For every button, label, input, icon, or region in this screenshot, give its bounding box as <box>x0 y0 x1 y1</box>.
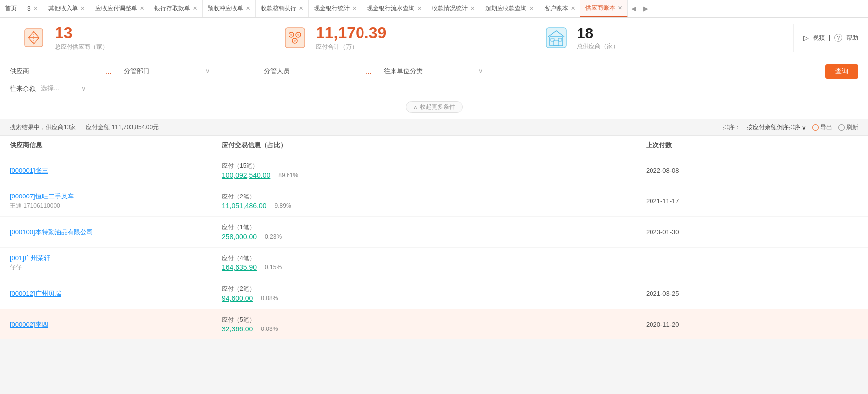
query-button[interactable]: 查询 <box>825 64 858 79</box>
video-icon: ▷ <box>803 34 809 42</box>
transaction-info-3: 应付（1笔） 258,000.00 0.23% <box>222 223 646 241</box>
help-icon: ? <box>834 34 842 42</box>
tab-label: 收款核销执行 <box>261 4 296 13</box>
supplier-info-1: [000001]张三 <box>10 166 222 175</box>
tab-label: 3 <box>27 5 31 12</box>
nav-tab-cash-bank-flow[interactable]: 现金银行流水查询 ✕ <box>362 0 427 17</box>
stat-number-payable-amount: 11,170.39 <box>316 24 386 42</box>
top-right-links: ▷ 视频 | ? 帮助 <box>794 34 858 42</box>
nav-tab-receipt-verify[interactable]: 收款核销执行 ✕ <box>256 0 309 17</box>
nav-tab-other-income[interactable]: 其他收入单 ✕ <box>43 0 90 17</box>
grain-icon <box>281 24 309 52</box>
close-icon[interactable]: ✕ <box>352 5 357 12</box>
close-icon[interactable]: ✕ <box>193 5 197 12</box>
trans-label-6: 应付（5笔） <box>222 316 646 324</box>
nav-tab-supplier[interactable]: 供应商账本 ✕ <box>580 0 628 17</box>
close-icon[interactable]: ✕ <box>299 5 303 12</box>
supplier-link-5[interactable]: [000012]广州贝瑞 <box>10 290 61 297</box>
tab-label: 其他收入单 <box>48 4 78 13</box>
person-dots-icon[interactable]: ... <box>365 67 372 76</box>
filter-person: 分管人员 ... <box>264 66 372 76</box>
close-icon[interactable]: ✕ <box>33 5 38 12</box>
trans-amount-4[interactable]: 164,635.90 <box>222 263 257 271</box>
trans-row-2: 11,051,486.00 9.89% <box>222 202 646 210</box>
trans-amount-2[interactable]: 11,051,486.00 <box>222 202 267 210</box>
filter-dept: 分管部门 ∨ <box>124 66 252 76</box>
trans-pct-1: 89.61% <box>278 172 298 179</box>
nav-tab-cash-bank-stat[interactable]: 现金银行统计 ✕ <box>309 0 362 17</box>
supplier-link-6[interactable]: [000002]李四 <box>10 321 48 328</box>
tab-label: 收款情况统计 <box>432 4 468 13</box>
filter-area: 供应商 ... 分管部门 ∨ 分管人员 ... 往来单位分类 <box>0 58 868 119</box>
filter-balance: 往来余额 选择... ∨ <box>10 83 118 94</box>
table-row: [000012]广州贝瑞 应付（2笔） 94,600.00 0.08% 2021… <box>0 278 868 309</box>
sort-value: 按应付余额倒序排序 <box>747 123 800 131</box>
help-link[interactable]: 帮助 <box>846 34 858 42</box>
nav-tab-3[interactable]: 3 ✕ <box>22 0 43 17</box>
trans-pct-2: 9.89% <box>275 202 291 209</box>
filter-row-2: 往来余额 选择... ∨ <box>10 83 858 94</box>
supplier-link-3[interactable]: [000100]本特勤油品有限公司 <box>10 228 93 236</box>
close-icon[interactable]: ✕ <box>529 5 534 12</box>
sort-select[interactable]: 按应付余额倒序排序 ∨ <box>747 123 806 131</box>
nav-tab-home[interactable]: 首页 <box>0 0 22 17</box>
nav-tab-receipt-stat[interactable]: 收款情况统计 ✕ <box>427 0 480 17</box>
nav-tab-ap-adjust[interactable]: 应收应付调整单 ✕ <box>90 0 149 17</box>
supplier-dots-icon[interactable]: ... <box>105 67 112 76</box>
balance-value: 选择... <box>39 83 77 94</box>
trans-amount-5[interactable]: 94,600.00 <box>222 294 253 302</box>
last-pay-3: 2023-01-30 <box>646 228 858 236</box>
supplier-info-5: [000012]广州贝瑞 <box>10 289 222 298</box>
top-navigation: 首页 3 ✕ 其他收入单 ✕ 应收应付调整单 ✕ 银行存取款单 ✕ 预收冲应收单… <box>0 0 868 18</box>
table-row: [000001]张三 应付（15笔） 100,092,540.00 89.61%… <box>0 155 868 186</box>
export-label: 导出 <box>820 123 832 131</box>
supplier-sub-4: 仔仔 <box>10 263 222 272</box>
nav-tab-bank-deposit[interactable]: 银行存取款单 ✕ <box>149 0 203 17</box>
balance-select[interactable]: 选择... ∨ <box>39 83 118 94</box>
category-value <box>426 70 474 72</box>
supplier-input-wrap[interactable]: ... <box>32 66 112 76</box>
close-icon[interactable]: ✕ <box>571 5 575 12</box>
supplier-link-2[interactable]: [000007]恒旺二手叉车 <box>10 193 74 200</box>
category-select[interactable]: ∨ <box>426 66 525 76</box>
nav-tab-customer[interactable]: 客户账本 ✕ <box>539 0 580 17</box>
nav-tab-overdue[interactable]: 超期应收款查询 ✕ <box>480 0 539 17</box>
nav-tab-prepay[interactable]: 预收冲应收单 ✕ <box>203 0 256 17</box>
svg-rect-5 <box>285 28 305 48</box>
close-icon[interactable]: ✕ <box>246 5 250 12</box>
close-icon[interactable]: ✕ <box>417 5 422 12</box>
trans-label-5: 应付（2笔） <box>222 285 646 293</box>
refresh-circle-icon <box>838 124 845 131</box>
stat-number-payable-suppliers: 13 <box>55 24 108 42</box>
trans-pct-5: 0.08% <box>261 295 278 302</box>
refresh-button[interactable]: 刷新 <box>838 123 858 131</box>
person-input-wrap[interactable]: ... <box>292 66 372 76</box>
tab-label: 客户账本 <box>544 4 568 13</box>
supplier-link-4[interactable]: [001]广州荣轩 <box>10 254 50 262</box>
table-row: [001]广州荣轩 仔仔 应付（4笔） 164,635.90 0.15% <box>0 248 868 278</box>
collapse-button[interactable]: ∧ 收起更多条件 <box>406 101 463 113</box>
close-icon[interactable]: ✕ <box>618 5 622 11</box>
result-bar: 搜索结果中，供应商13家 应付金额 111,703,854.00元 排序： 按应… <box>0 119 868 136</box>
tab-label: 超期应收款查询 <box>485 4 527 13</box>
close-icon[interactable]: ✕ <box>80 5 85 12</box>
export-button[interactable]: 导出 <box>812 123 832 131</box>
person-input[interactable] <box>292 66 363 76</box>
close-icon[interactable]: ✕ <box>470 5 475 12</box>
nav-right-arrow[interactable]: ▶ <box>640 0 651 17</box>
supplier-link-1[interactable]: [000001]张三 <box>10 167 48 174</box>
table-header: 供应商信息 应付交易信息（占比） 上次付数 <box>0 136 868 155</box>
dept-select[interactable]: ∨ <box>152 66 252 76</box>
trans-amount-1[interactable]: 100,092,540.00 <box>222 171 270 179</box>
tab-label: 预收冲应收单 <box>208 4 243 13</box>
video-link[interactable]: 视频 <box>813 34 825 42</box>
trans-amount-3[interactable]: 258,000.00 <box>222 233 257 241</box>
supplier-info-2: [000007]恒旺二手叉车 王通 17106110000 <box>10 192 222 210</box>
supplier-input[interactable] <box>32 66 103 76</box>
filter-supplier: 供应商 ... <box>10 66 112 76</box>
stats-bar: 13 总应付供应商（家） 11,170.39 应付合计（万） <box>0 18 868 58</box>
nav-left-arrow[interactable]: ◀ <box>628 0 640 17</box>
close-icon[interactable]: ✕ <box>140 5 144 12</box>
tab-label: 供应商账本 <box>585 4 615 12</box>
trans-amount-6[interactable]: 32,366.00 <box>222 325 253 333</box>
